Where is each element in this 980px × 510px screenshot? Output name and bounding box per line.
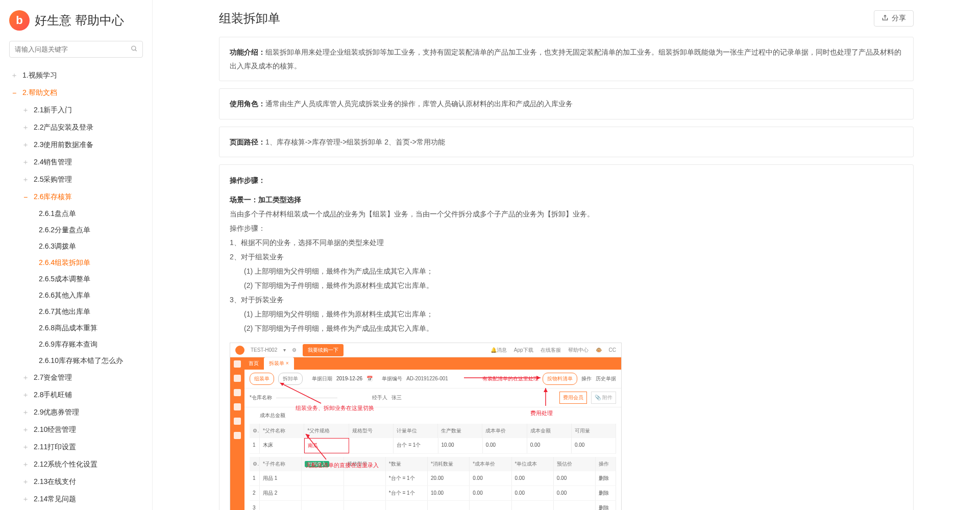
nav-2-15[interactable]: ＋2.15操作案例 xyxy=(9,508,143,510)
svg-line-1 xyxy=(135,50,137,51)
nav-label: 2.6.10库存账本错了怎么办 xyxy=(39,356,123,366)
minus-icon: − xyxy=(9,88,19,98)
nav-2-14[interactable]: ＋2.14常见问题 xyxy=(9,491,143,508)
th: *父件规格 xyxy=(304,424,349,438)
nav-label: 2.5采购管理 xyxy=(34,175,72,184)
plus-icon: ＋ xyxy=(20,425,31,435)
th: *单位成本 xyxy=(512,457,554,471)
diagram-top-link: 在线客服 xyxy=(541,345,561,355)
th: 计量单位 xyxy=(394,424,438,438)
avatar-icon: 🐵 xyxy=(596,345,602,355)
nav-2-6-3[interactable]: 2.6.3调拨单 xyxy=(9,238,143,255)
diagram-topbar: TEST-H002 ▾ ⚙ 我要续购一下 🔔消息 App下载 在线客服 帮助中心… xyxy=(230,343,621,357)
td-del: 删除 xyxy=(596,501,616,510)
td xyxy=(349,438,394,453)
calendar-icon: 📅 xyxy=(366,374,373,384)
nav-2-6-8[interactable]: 2.6.8商品成本重算 xyxy=(9,320,143,336)
td-del: 删除 xyxy=(596,471,616,485)
plus-icon: ＋ xyxy=(20,459,31,470)
nav-2-5[interactable]: ＋2.5采购管理 xyxy=(9,171,143,188)
search-input[interactable] xyxy=(9,41,143,58)
diagram-cost-label: 成本总金额 xyxy=(260,410,285,421)
plus-icon: ＋ xyxy=(20,175,31,185)
nav-2-2[interactable]: ＋2.2产品安装及登录 xyxy=(9,119,143,136)
th: 规格型号 xyxy=(344,457,386,471)
plus-icon: ＋ xyxy=(20,477,31,487)
minus-icon: − xyxy=(20,192,31,202)
nav-2-6-1[interactable]: 2.6.1盘点单 xyxy=(9,206,143,222)
menu-icon xyxy=(234,403,241,410)
td: *台个 = 1个 xyxy=(386,486,428,500)
intro-card: 功能介绍：组装拆卸单用来处理企业组装或拆卸等加工业务，支持有固定装配清单的产品加… xyxy=(219,37,914,81)
nav-2-13[interactable]: ＋2.13在线支付 xyxy=(9,473,143,491)
diagram-tab-active: 拆装单 × xyxy=(264,357,294,370)
svg-point-0 xyxy=(132,46,136,50)
nav-label: 1.视频学习 xyxy=(22,71,57,80)
nav-2-6[interactable]: −2.6库存核算 xyxy=(9,188,143,206)
nav-label: 2.7资金管理 xyxy=(34,373,72,382)
card-body: 组装拆卸单用来处理企业组装或拆卸等加工业务，支持有固定装配清单的产品加工业务，也… xyxy=(230,48,901,70)
nav-2-9[interactable]: ＋2.9优惠券管理 xyxy=(9,404,143,421)
nav-video-learning[interactable]: ＋1.视频学习 xyxy=(9,67,143,84)
diagram-handler-value: 张三 xyxy=(391,393,402,403)
plus-icon: ＋ xyxy=(20,373,31,383)
th: *子件名称 xyxy=(260,457,302,471)
nav-2-6-9[interactable]: 2.6.9库存账本查询 xyxy=(9,336,143,353)
brand-title: 好生意 帮助中心 xyxy=(35,12,124,29)
main-content: 组装拆卸单 分享 功能介绍：组装拆卸单用来处理企业组装或拆卸等加工业务，支持有固… xyxy=(153,0,980,510)
diagram-tab-home: 首页 xyxy=(249,358,259,369)
step-subitem: (2) 下部明细为子件明细，最终作为产成品生成其它入库单。 xyxy=(230,321,903,335)
diagram-doc-value: AD-20191226-001 xyxy=(406,374,448,384)
card-body: 通常由生产人员或库管人员完成拆装业务的操作，库管人员确认原材料的出库和产成品的入… xyxy=(265,100,573,108)
nav-2-3[interactable]: ＋2.3使用前数据准备 xyxy=(9,136,143,154)
td: 0.00 xyxy=(554,486,596,500)
plus-icon: ＋ xyxy=(20,494,31,504)
diagram-top-link: 帮助中心 xyxy=(568,345,589,355)
diagram-ops-link: 操作 xyxy=(581,374,592,384)
bell-icon: 🔔消息 xyxy=(491,345,507,355)
nav-2-6-4[interactable]: 2.6.4组装拆卸单 xyxy=(9,255,143,271)
nav-2-6-2[interactable]: 2.6.2分量盘点单 xyxy=(9,222,143,238)
share-button[interactable]: 分享 xyxy=(874,10,914,27)
nav-2-8[interactable]: ＋2.8手机旺铺 xyxy=(9,386,143,404)
diagram-date-value: 2019-12-26 xyxy=(336,374,362,384)
td: 用品 2 xyxy=(260,486,302,500)
diagram-chip-assembly: 组装单 xyxy=(250,373,274,385)
td: *台个 = 1个 xyxy=(386,471,428,485)
nav-label: 2.8手机旺铺 xyxy=(34,391,72,400)
nav-2-4[interactable]: ＋2.4销售管理 xyxy=(9,154,143,171)
nav-label: 2.6库存核算 xyxy=(34,192,72,202)
td: 木床 xyxy=(260,438,304,453)
diagram-header-row: 组装单 拆卸单 单据日期 2019-12-26 📅 单据编号 AD-201912… xyxy=(244,370,621,388)
nav-2-11[interactable]: ＋2.11打印设置 xyxy=(9,439,143,456)
diagram-cost-row: 成本总金额 xyxy=(244,407,621,424)
nav-2-6-10[interactable]: 2.6.10库存账本错了怎么办 xyxy=(9,353,143,369)
menu-icon xyxy=(234,418,241,425)
th-ops: 操作 xyxy=(596,457,616,471)
step-item: 3、对于拆装业务 xyxy=(230,293,903,307)
nav-2-12[interactable]: ＋2.12系统个性化设置 xyxy=(9,456,143,473)
diagram-doc-label: 单据编号 xyxy=(382,374,402,384)
diagram-child-table: ⚙ *子件名称 扫码录入 规格型号 *数量 *消耗数量 *成本单价 *单位成本 … xyxy=(250,457,616,510)
nav-label: 2.12系统个性化设置 xyxy=(34,460,97,469)
brand: b 好生意 帮助中心 xyxy=(9,10,143,31)
nav-2-6-7[interactable]: 2.6.7其他出库单 xyxy=(9,304,143,320)
nav-label: 2.6.9库存账本查询 xyxy=(39,340,97,349)
scenario-title: 场景一：加工类型选择 xyxy=(230,192,903,207)
search-icon[interactable] xyxy=(131,45,138,54)
step-subitem: (1) 上部明细为父件明细，最终作为原材料生成其它出库单； xyxy=(230,307,903,321)
menu-icon xyxy=(234,389,241,396)
gear-icon: ⚙ xyxy=(292,345,297,355)
nav-2-6-6[interactable]: 2.6.6其他入库单 xyxy=(9,287,143,304)
plus-icon: ＋ xyxy=(20,157,31,167)
nav-2-10[interactable]: ＋2.10经营管理 xyxy=(9,421,143,439)
chevron-down-icon: ▾ xyxy=(283,345,286,355)
nav-2-1[interactable]: ＋2.1新手入门 xyxy=(9,102,143,119)
td: 0.00 xyxy=(512,486,554,500)
diagram-top-link: App下载 xyxy=(514,345,533,355)
nav-label: 2.6.8商品成本重算 xyxy=(39,324,97,333)
nav-2-7[interactable]: ＋2.7资金管理 xyxy=(9,369,143,386)
nav-2-6-5[interactable]: 2.6.5成本调整单 xyxy=(9,271,143,287)
nav-help-docs[interactable]: −2.帮助文档 xyxy=(9,84,143,102)
th: 成本单价 xyxy=(482,424,527,438)
